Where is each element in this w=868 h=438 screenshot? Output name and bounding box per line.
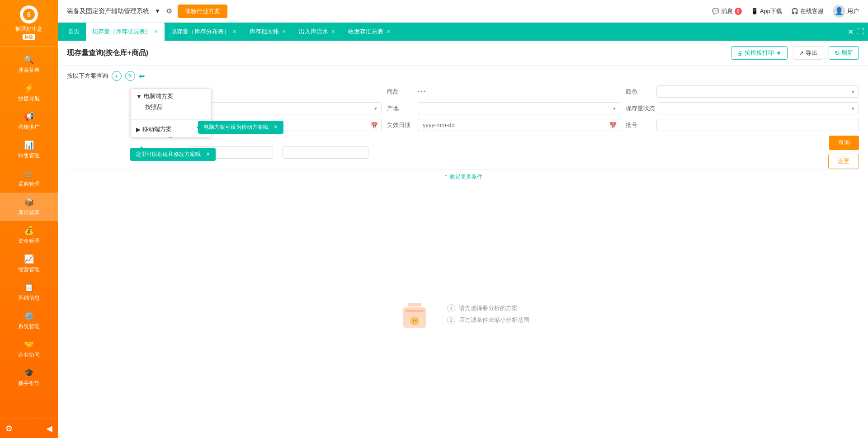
sidebar-item-sales[interactable]: 📊 销售管理 (0, 136, 58, 164)
collapse-conditions-button[interactable]: ⌃ 收起更多条件 (67, 169, 859, 184)
sidebar: 6 畅通好生意 标版 🔍 搜索菜单 ⚡ 快捷导航 📢 营销推广 📊 销售管理 🛒… (0, 0, 58, 438)
online-support-action[interactable]: 🎧 在线客服 (791, 7, 824, 15)
basic-info-icon: 📋 (24, 283, 34, 292)
export-button[interactable]: ↗ 导出 (793, 46, 823, 60)
tooltip1-close-icon[interactable]: ✕ (274, 124, 278, 130)
sidebar-item-label: 销售管理 (18, 152, 40, 160)
guide-icon: 🎓 (24, 368, 34, 378)
inventory-icon: 📦 (24, 197, 34, 207)
message-icon: 💬 (712, 8, 719, 14)
search-button[interactable]: 查询 (829, 136, 859, 150)
filter-item-color: 颜色 (626, 85, 859, 98)
message-badge: 6 (735, 8, 742, 15)
settings-icon[interactable]: ⚙ (166, 7, 172, 15)
message-action[interactable]: 💬 消息 6 (712, 7, 742, 15)
system-dropdown[interactable]: ▼ (155, 8, 160, 14)
sidebar-item-guide[interactable]: 🎓 新手引导 (0, 363, 58, 392)
filter-scheme-row: 按以下方案查询 + ✎ ⬅ (67, 71, 859, 81)
finance-icon: 💰 (24, 226, 34, 235)
app-download-action[interactable]: 📱 App下载 (751, 7, 782, 15)
tab-summary[interactable]: 收发存汇总表 ✕ (342, 23, 397, 41)
edit-scheme-button[interactable]: ✎ (125, 71, 135, 81)
filter-row-1: ••• 商品 ••• 颜色 (148, 85, 859, 98)
settings-gear-icon[interactable]: ⚙ (5, 424, 13, 433)
refresh-button[interactable]: ↻ 刷新 (829, 46, 859, 60)
page-actions: 🖨 按模板打印 ▼ ↗ 导出 ↻ 刷新 (731, 46, 859, 60)
sidebar-item-label: 库存核算 (18, 209, 40, 217)
setup-button[interactable]: 设置 (828, 154, 859, 169)
sidebar-item-finance[interactable]: 💰 资金管理 (0, 221, 58, 250)
goods-label: 商品 (387, 88, 414, 96)
cooperation-icon: 🤝 (24, 339, 34, 349)
sidebar-item-label: 营销推广 (18, 123, 40, 131)
trial-button[interactable]: 体验行业方案 (178, 5, 227, 18)
tab-stock-dist[interactable]: 现存量（库存分布表） ✕ (165, 23, 243, 41)
print-button[interactable]: 🖨 按模板打印 ▼ (731, 46, 788, 60)
goods-more-dots[interactable]: ••• (418, 88, 427, 95)
filter-item-batch: 批号 (626, 119, 859, 131)
stock-max-input[interactable] (283, 146, 368, 159)
sidebar-item-system[interactable]: ⚙️ 系统管理 (0, 306, 58, 335)
chevron-right-icon: ▶ (136, 126, 141, 133)
sidebar-item-label: 经营管理 (18, 266, 40, 273)
svg-rect-6 (408, 303, 421, 306)
tab-stock-status[interactable]: 现存量（库存状况表） ✕ (86, 23, 165, 41)
sidebar-item-operations[interactable]: 📈 经营管理 (0, 250, 58, 278)
filter-section: 按以下方案查询 + ✎ ⬅ ▼ 电脑端方案 按照品 (58, 66, 868, 190)
user-action[interactable]: 👤 用户 (833, 5, 859, 18)
empty-step-2: 2 用过滤条件来缩小分析范围 (447, 316, 529, 324)
sidebar-item-label: 快捷导航 (18, 95, 40, 103)
headset-icon: 🎧 (791, 8, 798, 14)
calendar-icon-2[interactable]: 📅 (609, 122, 617, 128)
sidebar-item-search[interactable]: 🔍 搜索菜单 (0, 50, 58, 79)
sidebar-item-marketing[interactable]: 📢 营销推广 (0, 107, 58, 136)
system-title: 装备及固定资产辅助管理系统 (67, 7, 149, 15)
sidebar-item-basic-info[interactable]: 📋 基础信息 (0, 278, 58, 306)
system-icon: ⚙️ (24, 311, 34, 321)
collapse-sidebar-icon[interactable]: ◀ (46, 424, 52, 433)
tooltip2-close-icon[interactable]: ✕ (206, 151, 210, 157)
page-title: 现存量查询(按仓库+商品) (67, 48, 148, 58)
color-label: 颜色 (626, 88, 653, 96)
color-select[interactable] (656, 85, 859, 98)
user-avatar: 👤 (833, 5, 845, 18)
tab-batch[interactable]: 库存批次账 ✕ (243, 23, 292, 41)
filter-row-2: 尺码 产地 现存量状态 (148, 102, 859, 114)
logo-text: 畅通好生意 标版 (15, 25, 42, 41)
stock-status-label: 现存量状态 (626, 104, 655, 113)
sidebar-item-inventory[interactable]: 📦 库存核算 (0, 193, 58, 221)
stock-status-select[interactable] (659, 102, 859, 114)
chevron-down-icon: ▼ (136, 93, 142, 100)
scheme-desktop-item[interactable]: 按照品 (136, 100, 206, 114)
add-scheme-button[interactable]: + (112, 71, 122, 81)
tab-close-icon[interactable]: ✕ (386, 28, 391, 35)
exp-date-input[interactable] (418, 119, 620, 131)
tab-home[interactable]: 首页 (61, 23, 86, 41)
tab-maximize-icon[interactable]: ⛶ (857, 28, 864, 36)
svg-text:😕: 😕 (411, 317, 419, 325)
tab-close-icon[interactable]: ✕ (232, 28, 237, 35)
filter-item-goods: 商品 ••• (387, 88, 620, 96)
sidebar-item-cooperation[interactable]: 🤝 企业协同 (0, 335, 58, 363)
batch-label: 批号 (626, 121, 653, 129)
tab-close-icon[interactable]: ✕ (154, 28, 158, 35)
scheme-desktop-header[interactable]: ▼ 电脑端方案 (136, 92, 206, 100)
sidebar-item-label: 新手引导 (18, 380, 40, 387)
batch-input[interactable] (656, 119, 859, 131)
sidebar-item-quick-nav[interactable]: ⚡ 快捷导航 (0, 79, 58, 107)
filter-label: 按以下方案查询 (67, 72, 108, 80)
tab-close-all-icon[interactable]: ✕ (848, 28, 854, 36)
lightning-icon: ⚡ (24, 83, 34, 93)
tab-close-icon[interactable]: ✕ (282, 28, 286, 35)
tab-close-icon[interactable]: ✕ (331, 28, 335, 35)
dropdown-arrow-icon: ▼ (155, 8, 160, 14)
top-header-right: 💬 消息 6 📱 App下载 🎧 在线客服 👤 用户 (712, 5, 859, 18)
main-content: 装备及固定资产辅助管理系统 ▼ ⚙ 体验行业方案 💬 消息 6 📱 App下载 … (58, 0, 868, 438)
calendar-icon[interactable]: 📅 (371, 122, 378, 128)
tab-flow[interactable]: 出入库流水 ✕ (292, 23, 342, 41)
svg-rect-3 (406, 310, 424, 312)
empty-illustration: 😕 (396, 296, 433, 332)
sidebar-item-purchase[interactable]: 🛒 采购管理 (0, 164, 58, 193)
sidebar-logo: 6 畅通好生意 标版 (0, 0, 58, 47)
origin-select[interactable] (418, 102, 620, 114)
